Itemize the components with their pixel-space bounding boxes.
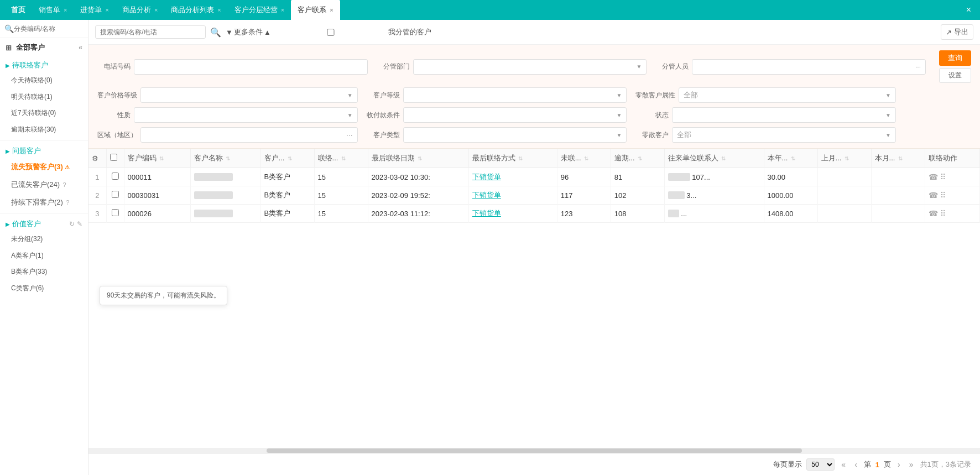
sidebar-tomorrow-contact[interactable]: 明天待联络(1) — [0, 89, 88, 106]
sidebar-churn-warning[interactable]: 流失预警客户(3) — [0, 158, 88, 176]
row1-action-icon1[interactable]: ☎ — [929, 173, 938, 181]
dept-select[interactable]: ▼ — [413, 59, 647, 75]
status-label: 状态 — [635, 111, 669, 120]
nav-home[interactable]: 首页 — [4, 0, 32, 20]
row3-num: 3 — [88, 205, 106, 223]
sort-icon-unit[interactable]: ⇅ — [721, 155, 726, 161]
nav-purchase[interactable]: 进货单 × — [74, 0, 115, 20]
filter-search-icon[interactable]: 🔍 — [210, 27, 221, 38]
nav-sales[interactable]: 销售单 × — [32, 0, 74, 20]
sort-icon-method[interactable]: ⇅ — [518, 155, 523, 161]
nav-product-analysis-list[interactable]: 商品分析列表 × — [164, 0, 227, 20]
prev-page-btn[interactable]: ‹ — [852, 459, 859, 470]
sort-icon-lmonth[interactable]: ⇅ — [845, 155, 849, 161]
row2-code: 00030031 — [124, 186, 190, 205]
sidebar-a-class[interactable]: A类客户(1) — [0, 248, 88, 264]
row2-num: 2 — [88, 186, 106, 205]
export-icon: ↗ — [946, 28, 952, 36]
scrollbar-thumb[interactable] — [267, 448, 801, 453]
sidebar-c-class[interactable]: C类客户(6) — [0, 280, 88, 297]
table-settings-icon[interactable]: ⚙ — [92, 154, 98, 163]
row2-select[interactable] — [112, 191, 119, 198]
row2-action-icon2[interactable]: ⠿ — [940, 191, 946, 200]
close-all-button[interactable]: × — [962, 5, 976, 15]
sidebar-b-class[interactable]: B类客户(33) — [0, 264, 88, 280]
manager-select[interactable]: ··· — [692, 59, 926, 75]
row3-select[interactable] — [112, 209, 119, 216]
nav-customer-contact[interactable]: 客户联系 × — [291, 0, 340, 20]
row1-method-link[interactable]: 下销货单 — [472, 173, 501, 181]
collapse-icon[interactable]: « — [79, 44, 82, 51]
refresh-icon[interactable]: ↻ — [69, 220, 75, 228]
row3-method-link[interactable]: 下销货单 — [472, 209, 501, 217]
sidebar-search-input[interactable] — [14, 25, 88, 33]
section-value-customers[interactable]: 价值客户 — [6, 219, 41, 229]
sort-icon-uncontacted[interactable]: ⇅ — [584, 155, 588, 161]
sidebar-declining[interactable]: 持续下滑客户(2) ? — [0, 194, 88, 211]
query-button[interactable]: 查询 — [939, 50, 971, 66]
sort-icon-name[interactable]: ⇅ — [226, 155, 230, 161]
sort-icon-type[interactable]: ⇅ — [288, 155, 292, 161]
sort-icon-contact[interactable]: ⇅ — [341, 155, 346, 161]
close-customer-contact-tab[interactable]: × — [330, 7, 333, 13]
sort-icon-overdue[interactable]: ⇅ — [638, 155, 642, 161]
phone-input[interactable] — [134, 59, 368, 75]
row1-name-blurred — [194, 173, 233, 181]
gender-select[interactable]: ▼ — [134, 107, 358, 123]
close-product-analysis-tab[interactable]: × — [154, 7, 158, 13]
per-page-select[interactable]: 50 100 200 — [806, 458, 835, 471]
select-all-checkbox[interactable] — [110, 154, 117, 161]
sort-icon-tmonth[interactable]: ⇅ — [898, 155, 903, 161]
zero-customer-select[interactable]: 全部 ▼ — [672, 127, 896, 143]
sort-icon-code[interactable]: ⇅ — [159, 155, 164, 161]
row1-select[interactable] — [112, 173, 119, 180]
sidebar-churned[interactable]: 已流失客户(24) ? — [0, 176, 88, 194]
close-customer-tier-tab[interactable]: × — [281, 7, 284, 13]
sort-icon-date[interactable]: ⇅ — [418, 155, 422, 161]
col-overdue: 逾期... ⇅ — [611, 149, 664, 168]
row1-checkbox — [106, 168, 124, 186]
search-input[interactable] — [95, 25, 206, 39]
row3-action-icon1[interactable]: ☎ — [929, 209, 938, 218]
row1-name — [190, 168, 260, 186]
payment-select[interactable]: ▼ — [403, 107, 627, 123]
row3-action-icon2[interactable]: ⠿ — [940, 209, 946, 218]
customer-level-field: 客户等级 ▼ — [367, 87, 627, 103]
my-customers-filter[interactable]: 我分管的客户 — [275, 27, 431, 37]
last-page-btn[interactable]: » — [907, 459, 916, 470]
next-page-btn[interactable]: › — [895, 459, 903, 470]
section-problem-customers[interactable]: 问题客户 — [0, 143, 88, 158]
more-conditions-toggle[interactable]: ▼ 更多条件 ▲ — [226, 27, 271, 37]
more-dots-icon[interactable]: ··· — [915, 63, 921, 71]
nav-product-analysis[interactable]: 商品分析 × — [116, 0, 164, 20]
close-purchase-tab[interactable]: × — [105, 7, 108, 13]
close-product-list-tab[interactable]: × — [217, 7, 221, 13]
edit-icon[interactable]: ✎ — [77, 220, 82, 228]
price-level-select[interactable]: ▼ — [140, 87, 358, 103]
section-pending-contact[interactable]: 待联络客户 — [0, 57, 88, 72]
status-select[interactable]: ▼ — [672, 107, 896, 123]
export-button[interactable]: ↗ 导出 — [941, 24, 973, 40]
more-dots-region[interactable]: ··· — [346, 131, 353, 139]
zero-purchase-select[interactable]: 全部 ▼ — [679, 87, 896, 103]
sort-icon-year[interactable]: ⇅ — [791, 155, 795, 161]
close-sales-tab[interactable]: × — [64, 7, 67, 13]
first-page-btn[interactable]: « — [839, 459, 848, 470]
filter-bar: 🔍 ▼ 更多条件 ▲ 我分管的客户 ↗ 导出 — [88, 20, 980, 45]
sidebar-ungrouped[interactable]: 未分组(32) — [0, 231, 88, 248]
sidebar-all-customers[interactable]: ⊞ 全部客户 « — [0, 38, 88, 57]
customer-level-select[interactable]: ▼ — [403, 87, 627, 103]
price-level-field: 客户价格等级 ▼ — [97, 87, 358, 103]
my-customers-checkbox[interactable] — [275, 29, 386, 36]
row2-action-icon1[interactable]: ☎ — [929, 191, 938, 200]
row2-method-link[interactable]: 下销货单 — [472, 191, 501, 199]
horizontal-scrollbar[interactable] — [88, 448, 980, 453]
row1-action-icon2[interactable]: ⠿ — [940, 173, 946, 181]
settings-button[interactable]: 设置 — [939, 68, 971, 83]
nav-customer-tier[interactable]: 客户分层经营 × — [228, 0, 291, 20]
sidebar-overdue-contact[interactable]: 逾期未联络(30) — [0, 122, 88, 138]
customer-type-select[interactable]: ▼ — [403, 127, 627, 143]
region-select[interactable]: ··· — [140, 127, 358, 143]
sidebar-7day-contact[interactable]: 近7天待联络(0) — [0, 105, 88, 122]
sidebar-today-contact[interactable]: 今天待联络(0) — [0, 72, 88, 89]
